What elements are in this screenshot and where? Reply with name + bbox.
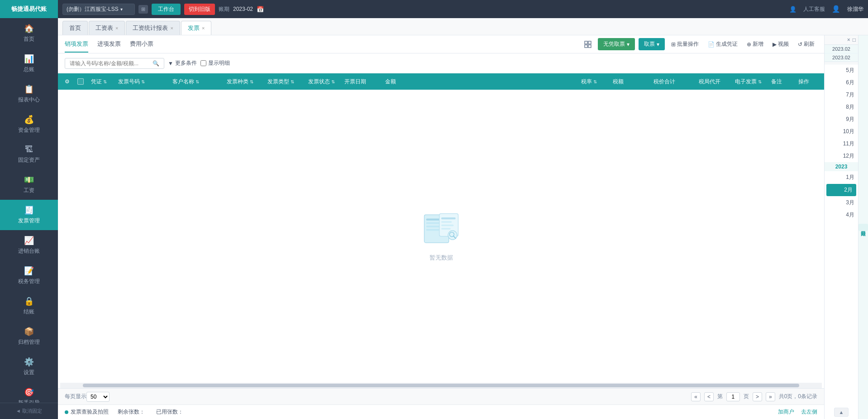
tax-rate-sort-icon[interactable]: ⇅ (593, 79, 597, 84)
join-community-link[interactable]: 加商户 (778, 408, 794, 416)
date-month-2022-09[interactable]: 9月 (825, 113, 858, 125)
show-detail-checkbox[interactable] (200, 60, 206, 66)
user-name[interactable]: 徐溜华 (847, 5, 863, 13)
sidebar-item-assets[interactable]: 🏗 固定资产 (0, 140, 58, 169)
settings-column-icon: ⚙ (65, 78, 70, 85)
date-month-2023-01[interactable]: 1月 (825, 171, 858, 183)
user-avatar-icon: 👤 (832, 5, 840, 13)
copy-button[interactable]: ⊞ (138, 5, 148, 14)
sidebar-item-reports[interactable]: 📋 报表中心 (0, 79, 58, 109)
workspace-button[interactable]: 工作台 (152, 4, 181, 15)
tab-salary-close-icon[interactable]: × (115, 25, 118, 31)
th-date: 开票日期 (341, 78, 382, 86)
sidebar-item-tax[interactable]: 📝 税务管理 (0, 260, 58, 291)
sidebar-pin-toggle[interactable]: ◄ 取消固定 (0, 403, 58, 419)
status-sort-icon[interactable]: ⇅ (331, 79, 335, 84)
date-month-2023-04[interactable]: 4月 (825, 209, 858, 221)
date-month-2022-12[interactable]: 12月 (825, 150, 858, 162)
date-month-2022-07[interactable]: 7月 (825, 89, 858, 101)
period-label: 账期 (219, 5, 229, 13)
date-panel-close-icon[interactable]: × (847, 37, 850, 43)
date-month-2023-03[interactable]: 3月 (825, 197, 858, 209)
next-page-button[interactable]: > (753, 392, 762, 401)
subtab-purchase[interactable]: 进项发票 (97, 36, 121, 53)
date-month-2022-08[interactable]: 8月 (825, 101, 858, 113)
invoice-no-sort-icon[interactable]: ⇅ (141, 79, 145, 84)
page-unit: 页 (744, 393, 749, 400)
no-voucher-button[interactable]: 无凭取票 ▾ (598, 38, 635, 50)
assets-icon: 🏗 (25, 145, 33, 154)
page-input[interactable] (726, 392, 740, 401)
svg-rect-13 (441, 228, 451, 229)
content-area: 销项发票 进项发票 费用小票 无凭取票 ▾ (58, 35, 868, 419)
select-all-checkbox[interactable] (77, 78, 84, 85)
month-label: 1月 (846, 173, 854, 181)
sidebar-nav: 🏠 首页 📊 总账 📋 报表中心 💰 资金管理 🏗 固定资产 💵 工资 🧾 发票… (0, 18, 58, 403)
subtab-sales[interactable]: 销项发票 (65, 36, 88, 53)
page-size-select[interactable]: 50 10 20 100 (86, 392, 110, 402)
sidebar-item-archive[interactable]: 📦 归档管理 (0, 321, 58, 352)
sidebar-item-sales[interactable]: 📈 进销台账 (0, 230, 58, 260)
refresh-button[interactable]: ↺ 刷新 (795, 38, 817, 50)
batch-op-icon: ⊞ (671, 41, 676, 48)
customer-sort-icon[interactable]: ⇅ (196, 79, 199, 84)
month-label: 11月 (843, 140, 854, 148)
tab-salary[interactable]: 工资表 × (89, 21, 125, 35)
open-date-button[interactable]: 开账日期 (858, 224, 868, 231)
sidebar-item-settings[interactable]: ⚙️ 设置 (0, 352, 58, 382)
grid-settings-icon[interactable] (582, 38, 594, 51)
new-button[interactable]: ⊕ 新增 (744, 38, 766, 50)
sidebar-item-funds[interactable]: 💰 资金管理 (0, 109, 58, 140)
main-area: (勿删）江西服宝-LSS ▾ ⊞ 工作台 切到旧版 账期 2023-02 📅 👤… (58, 0, 868, 419)
search-input[interactable] (70, 60, 150, 67)
tab-home[interactable]: 首页 (62, 21, 88, 35)
filter-button[interactable]: ▼ 更多条件 (168, 59, 197, 67)
check-status-dot (65, 410, 68, 414)
new-icon: ⊕ (747, 41, 751, 48)
voucher-button[interactable]: 取票 ▾ (639, 38, 665, 50)
company-selector[interactable]: (勿删）江西服宝-LSS ▾ (62, 4, 135, 15)
th-checkbox[interactable] (74, 78, 87, 85)
sidebar-item-label: 首页 (24, 35, 34, 43)
search-field[interactable]: 🔍 (65, 58, 164, 69)
switch-version-button[interactable]: 切到旧版 (184, 4, 215, 15)
ledger-icon: 📊 (24, 54, 34, 64)
first-page-button[interactable]: « (691, 392, 701, 401)
date-month-2022-06[interactable]: 6月 (825, 77, 858, 89)
sidebar-item-invoices[interactable]: 🧾 发票管理 (0, 200, 58, 230)
prev-page-button[interactable]: < (704, 392, 714, 401)
sidebar-item-salary[interactable]: 💵 工资 (0, 169, 58, 200)
table-scrollbar[interactable] (60, 383, 822, 388)
date-month-2022-11[interactable]: 11月 (825, 138, 858, 150)
tab-invoice-close-icon[interactable]: × (202, 25, 205, 31)
date-month-2023-02[interactable]: 2月 (826, 184, 856, 196)
show-detail-button[interactable]: 显示明细 (200, 59, 230, 67)
sidebar-item-home[interactable]: 🏠 首页 (0, 18, 58, 48)
tab-salary-stats[interactable]: 工资统计报表 × (126, 21, 180, 35)
sidebar-item-guide[interactable]: 🎯 新手引导 (0, 382, 58, 403)
date-month-2022-10[interactable]: 10月 (825, 125, 858, 138)
th-settings[interactable]: ⚙ (60, 78, 74, 85)
video-button[interactable]: ▶ 视频 (770, 38, 792, 50)
subtab-expense[interactable]: 费用小票 (130, 36, 153, 53)
sidebar-item-label: 工资 (24, 187, 34, 194)
date-panel-expand-icon[interactable]: □ (853, 37, 856, 43)
tab-invoice[interactable]: 发票 × (181, 21, 211, 35)
einvoice-sort-icon[interactable]: ⇅ (758, 79, 762, 84)
sidebar-item-ledger[interactable]: 📊 总账 (0, 48, 58, 79)
gen-voucher-button[interactable]: 📄 生成凭证 (705, 38, 740, 50)
type-sort-icon[interactable]: ⇅ (250, 79, 253, 84)
go-top-link[interactable]: 去左侧 (801, 408, 817, 416)
sidebar-item-closing[interactable]: 🔒 结账 (0, 291, 58, 321)
service-label[interactable]: 人工客服 (803, 5, 825, 13)
last-page-button[interactable]: » (766, 392, 775, 401)
batch-op-button[interactable]: ⊞ 批量操作 (668, 38, 701, 50)
pagination-bar: 每页显示 50 10 20 100 « < 第 页 > » 共0页，0条记录 (58, 388, 824, 405)
date-scroll-up-button[interactable]: ▲ (834, 408, 849, 417)
voucher-sort-icon[interactable]: ⇅ (103, 79, 107, 84)
table-scrollbar-thumb[interactable] (83, 384, 799, 387)
empty-state: 暂无数据 (419, 211, 464, 262)
tab-salary-stats-close-icon[interactable]: × (170, 25, 173, 31)
invoice-type-sort-icon[interactable]: ⇅ (291, 79, 294, 84)
date-month-2022-05[interactable]: 5月 (825, 64, 858, 77)
